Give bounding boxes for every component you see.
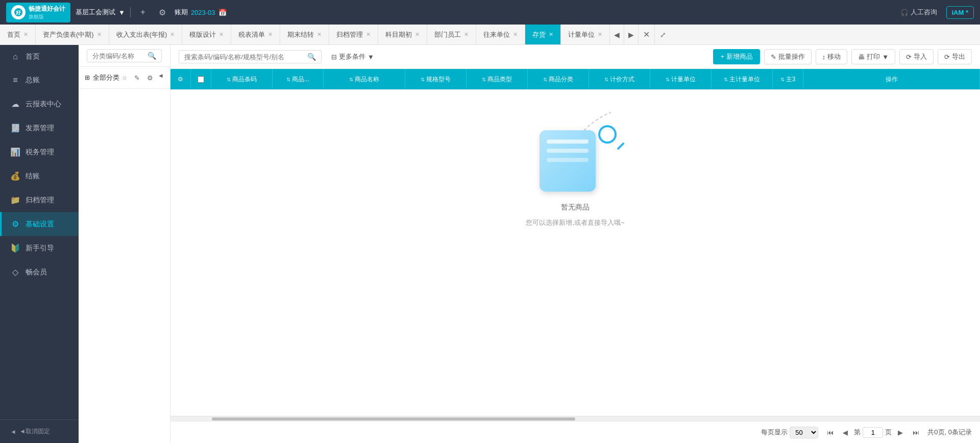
th-type[interactable]: ⇅ 商品类型 — [467, 69, 528, 89]
product-search-box[interactable]: 🔍 — [179, 50, 322, 63]
sidebar-label-home: 首页 — [26, 52, 40, 61]
table-scrollbar[interactable] — [170, 416, 980, 421]
tab-home[interactable]: 首页 ✕ — [0, 25, 36, 45]
product-search-icon[interactable]: 🔍 — [307, 53, 316, 61]
filter-btn[interactable]: ⊟ 更多条件 ▼ — [326, 50, 380, 64]
tab-archive[interactable]: 归档管理 ✕ — [329, 25, 378, 45]
sidebar-label-ledger: 总账 — [26, 76, 40, 85]
sort-icon3: ⇅ — [349, 77, 353, 82]
period-value[interactable]: 2023-03 — [191, 9, 215, 16]
tab-department[interactable]: 部门员工 ✕ — [427, 25, 476, 45]
batch-btn[interactable]: ✎ 批量操作 — [764, 49, 812, 64]
tab-balance[interactable]: 资产负债表(中期) ✕ — [36, 25, 109, 45]
close-tab-income[interactable]: ✕ — [170, 31, 175, 38]
close-tab-tax[interactable]: ✕ — [268, 31, 273, 38]
per-page-dropdown[interactable]: 2050100 — [790, 427, 818, 438]
print-btn[interactable]: 🖶 打印 ▼ — [851, 49, 895, 64]
th-spec[interactable]: ⇅ 规格型号 — [405, 69, 467, 89]
sidebar-item-guide[interactable]: 🔰 新手引导 — [0, 236, 79, 260]
th-settings[interactable]: ⚙ — [170, 69, 191, 89]
close-tab-customers[interactable]: ✕ — [513, 31, 518, 38]
sidebar-item-ledger[interactable]: ≡ 总账 — [0, 68, 79, 92]
account-btn[interactable]: iAM * — [946, 6, 974, 19]
divider1 — [130, 7, 131, 17]
sidebar-item-settlement[interactable]: 💰 结账 — [0, 164, 79, 188]
tab-bar: 首页 ✕ 资产负债表(中期) ✕ 收入支出表(年报) ✕ 模版设计 ✕ 税表清单… — [0, 25, 980, 45]
sidebar-item-reports[interactable]: ☁ 云报表中心 — [0, 92, 79, 116]
category-search-box[interactable]: 🔍 — [87, 49, 162, 62]
tab-period-end[interactable]: 期末结转 ✕ — [280, 25, 329, 45]
sort-icon9: ⇅ — [724, 77, 728, 82]
close-tab-unit[interactable]: ✕ — [598, 31, 602, 38]
add-workspace-btn[interactable]: + — [136, 5, 150, 19]
th-name[interactable]: ⇅ 商品名称 — [324, 69, 405, 89]
tab-inventory[interactable]: 存货 ✕ — [525, 25, 561, 45]
page-input[interactable] — [863, 427, 883, 438]
select-all-checkbox[interactable] — [198, 76, 204, 83]
magnify-circle — [598, 125, 617, 144]
category-search-row: 🔍 — [79, 45, 170, 67]
close-tab-home[interactable]: ✕ — [23, 31, 28, 38]
th-category[interactable]: ⇅ 商品分类 — [528, 69, 589, 89]
tab-tax[interactable]: 税表清单 ✕ — [231, 25, 280, 45]
tab-subject[interactable]: 科目期初 ✕ — [378, 25, 427, 45]
first-page-btn[interactable]: ⏮ — [823, 426, 837, 439]
settings-icon[interactable]: ⚙ — [155, 5, 169, 19]
category-search-icon[interactable]: 🔍 — [148, 52, 156, 60]
workspace-selector[interactable]: 基层工会测试 ▼ — [76, 8, 125, 17]
close-tab-archive[interactable]: ✕ — [366, 31, 371, 38]
close-tab-subject[interactable]: ✕ — [415, 31, 420, 38]
tab-close-all-btn[interactable]: ✕ — [639, 25, 655, 45]
add-product-btn[interactable]: + 新增商品 — [713, 49, 760, 64]
logo-area[interactable]: 好 畅捷通好会计 旗舰版 — [6, 3, 70, 22]
tab-unit[interactable]: 计量单位 ✕ — [561, 25, 610, 45]
th-col3[interactable]: ⇅ 主3 — [773, 69, 803, 89]
doc-body — [540, 130, 596, 192]
tab-customers[interactable]: 往来单位 ✕ — [476, 25, 525, 45]
tab-next-btn[interactable]: ▶ — [624, 25, 639, 45]
sidebar-item-tax[interactable]: 📊 税务管理 — [0, 140, 79, 164]
tab-income[interactable]: 收入支出表(年报) ✕ — [109, 25, 183, 45]
export-btn[interactable]: ⟳ 导出 — [938, 49, 972, 64]
sort-icon7: ⇅ — [604, 77, 608, 82]
category-collapse-btn[interactable]: ◄ — [158, 72, 164, 83]
svg-text:好: 好 — [15, 10, 21, 15]
tab-prev-btn[interactable]: ◀ — [610, 25, 624, 45]
tab-expand-btn[interactable]: ⤢ — [655, 25, 671, 45]
consult-btn[interactable]: 🎧 人工咨询 — [896, 6, 941, 19]
th-code[interactable]: ⇅ 商品... — [273, 69, 324, 89]
sidebar-label-invoice: 发票管理 — [26, 124, 54, 133]
close-tab-inventory[interactable]: ✕ — [549, 31, 553, 38]
scrollbar-thumb[interactable] — [212, 417, 575, 421]
category-edit-btn[interactable]: ✎ — [131, 72, 142, 83]
sidebar-item-archives[interactable]: 📁 归档管理 — [0, 188, 79, 212]
empty-subtitle: 您可以选择新增,或者直接导入哦~ — [526, 218, 624, 227]
th-barcode[interactable]: ⇅ 商品条码 — [211, 69, 273, 89]
product-search-input[interactable] — [184, 53, 304, 61]
sidebar-collapse-btn[interactable]: ◄ ◄取消固定 — [0, 419, 79, 443]
th-price-method[interactable]: ⇅ 计价方式 — [589, 69, 650, 89]
move-btn[interactable]: ↕ 移动 — [816, 49, 848, 64]
close-tab-template[interactable]: ✕ — [219, 31, 224, 38]
sidebar-item-member[interactable]: ◇ 畅会员 — [0, 260, 79, 284]
th-settings-icon: ⚙ — [178, 76, 183, 83]
calendar-icon[interactable]: 📅 — [218, 9, 227, 16]
sidebar-item-home[interactable]: ⌂ 首页 — [0, 45, 79, 68]
tab-template[interactable]: 模版设计 ✕ — [182, 25, 231, 45]
close-tab-department[interactable]: ✕ — [464, 31, 469, 38]
prev-page-btn[interactable]: ◀ — [839, 426, 852, 439]
import-btn[interactable]: ⟳ 导入 — [899, 49, 934, 64]
next-page-btn[interactable]: ▶ — [894, 426, 907, 439]
category-search-input[interactable] — [92, 52, 144, 60]
sidebar-item-settings[interactable]: ⚙ 基础设置 — [0, 212, 79, 236]
category-all-label[interactable]: ⊞ 全部分类 ⊙ — [85, 73, 127, 82]
th-checkbox[interactable] — [191, 69, 211, 89]
sidebar-item-invoice[interactable]: 🧾 发票管理 — [0, 116, 79, 140]
close-tab-period-end[interactable]: ✕ — [317, 31, 322, 38]
th-main-unit[interactable]: ⇅ 主计量单位 — [712, 69, 773, 89]
th-unit[interactable]: ⇅ 计量单位 — [650, 69, 712, 89]
last-page-btn[interactable]: ⏭ — [909, 426, 922, 439]
category-settings-btn[interactable]: ⚙ — [144, 72, 156, 83]
workspace-label: 基层工会测试 — [76, 8, 115, 17]
close-tab-balance[interactable]: ✕ — [97, 31, 102, 38]
